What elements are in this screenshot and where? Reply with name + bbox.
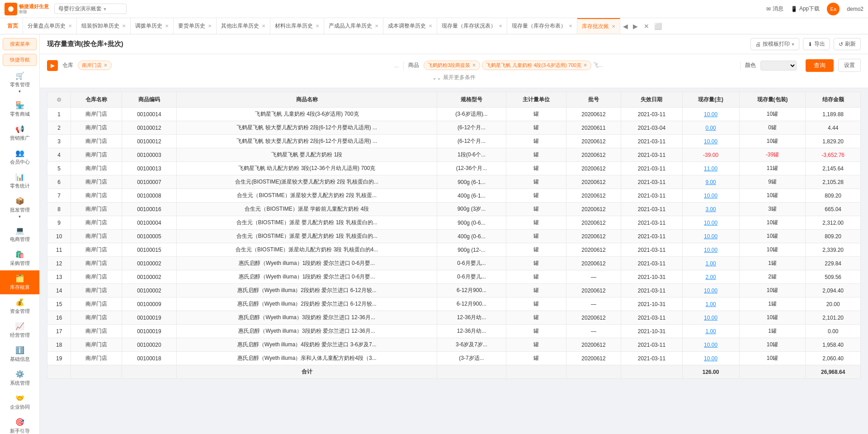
sidebar-item-wholesale[interactable]: 📦 批发管理 ▼: [0, 193, 39, 222]
row-qty-main[interactable]: 10.00: [682, 352, 739, 365]
close-icon[interactable]: ✕: [165, 24, 169, 28]
sidebar-item-finance[interactable]: 💰 资金管理: [0, 294, 39, 318]
col-settings[interactable]: ⚙: [47, 92, 71, 108]
product-tag-2-close[interactable]: ✕: [583, 62, 587, 68]
sidebar-item-ecommerce[interactable]: 💻 电商管理: [0, 222, 39, 246]
sidebar-item-member[interactable]: 👥 会员中心: [0, 145, 39, 169]
row-qty-main[interactable]: 3.00: [682, 203, 739, 216]
row-qty-main[interactable]: 2.00: [682, 270, 739, 284]
row-qty-main[interactable]: 1.00: [682, 297, 739, 311]
row-qty-main[interactable]: 0.00: [682, 121, 739, 135]
row-qty-main[interactable]: -39.00: [682, 148, 739, 162]
row-qty-main[interactable]: 9.00: [682, 175, 739, 189]
settings-button[interactable]: 设置: [838, 59, 861, 72]
close-icon[interactable]: ✕: [612, 24, 615, 29]
row-batch: 20200612: [566, 230, 621, 243]
tab-demand[interactable]: 要货单历史 ✕: [174, 18, 217, 34]
row-name: 合生元（BIOSTIME）派星 学龄前儿童配方奶粉 4段: [177, 203, 437, 216]
tab-prev-button[interactable]: ◀: [620, 18, 630, 34]
sidebar-item-operation[interactable]: 📈 经营管理: [0, 318, 39, 342]
tab-cost-adjust[interactable]: 成本调整单历史 ✕: [383, 18, 437, 34]
sidebar-item-guide[interactable]: 🎯 新手引导: [0, 414, 39, 434]
sidebar-item-retail-shop[interactable]: 🏪 零售商城: [0, 97, 39, 121]
tab-product-in[interactable]: 产成品入库单历史 ✕: [324, 18, 383, 34]
row-batch: 20200612: [566, 203, 621, 216]
row-spec: 12-36月幼...: [437, 311, 506, 325]
warehouse-tag-close[interactable]: ✕: [104, 62, 108, 68]
refresh-button[interactable]: ↺ 刷新: [834, 38, 861, 50]
row-name: 飞鹤星飞帆 较大婴儿配方奶粉 2段(6-12个月婴幼儿适用) ...: [177, 121, 437, 135]
row-name: 合生元(BIOSTIME)派星较大婴儿配方奶粉 2段 乳核蛋白的...: [177, 175, 437, 189]
sidebar-item-enterprise[interactable]: 🤝 企业协同: [0, 390, 39, 414]
close-icon[interactable]: ✕: [316, 24, 319, 28]
row-expire: 2021-03-11: [621, 284, 682, 297]
close-icon[interactable]: ✕: [208, 24, 212, 28]
tab-stock-status[interactable]: 现存量（库存状况表） ✕: [437, 18, 507, 34]
row-qty-main[interactable]: 11.00: [682, 162, 739, 175]
app-download-button[interactable]: 📱 App下载: [791, 5, 820, 13]
row-amount: 809.20: [806, 189, 861, 203]
row-amount: 509.56: [806, 270, 861, 284]
tab-dismantle[interactable]: 组装拆卸单历史 ✕: [77, 18, 131, 34]
row-qty-main[interactable]: 1.00: [682, 325, 739, 338]
tab-material-out[interactable]: 材料出库单历史 ✕: [270, 18, 324, 34]
product-tag-1-close[interactable]: ✕: [472, 62, 476, 68]
tab-split-stock[interactable]: 分量盘点单历史 ✕: [23, 18, 77, 34]
sidebar-item-basic[interactable]: ℹ️ 基础信息: [0, 342, 39, 366]
quick-nav-button[interactable]: 快捷导航: [3, 54, 37, 66]
color-select[interactable]: [760, 61, 797, 71]
tab-batch-voucher[interactable]: 库存批次账 ✕: [577, 18, 620, 34]
query-button[interactable]: 查询: [806, 59, 834, 72]
sidebar-item-stock[interactable]: 🗂️ 库存核算: [0, 270, 39, 294]
row-qty-main[interactable]: 10.00: [682, 243, 739, 257]
row-qty-main[interactable]: 10.00: [682, 338, 739, 352]
sidebar-item-retail[interactable]: 🛒 零售管理 ▼: [0, 68, 39, 97]
sidebar-item-purchase[interactable]: 🛍️ 采购管理: [0, 246, 39, 270]
row-expire: 2021-03-11: [621, 257, 682, 270]
tab-other-out[interactable]: 其他出库单历史 ✕: [217, 18, 270, 34]
close-icon[interactable]: ✕: [429, 24, 432, 28]
row-qty-main[interactable]: 10.00: [682, 189, 739, 203]
row-qty-main[interactable]: 10.00: [682, 108, 739, 121]
row-qty-pkg: 2罐: [739, 270, 806, 284]
sidebar-item-system[interactable]: ⚙️ 系统管理: [0, 366, 39, 390]
sidebar-item-stats[interactable]: 📊 零售统计: [0, 169, 39, 193]
row-qty-main[interactable]: 10.00: [682, 216, 739, 230]
filter-expand-button[interactable]: ▶: [47, 60, 58, 71]
product-tag-1-text: 飞鹤奶粉3段两提装: [428, 62, 470, 69]
search-menu-button[interactable]: 搜索菜单: [3, 38, 37, 50]
row-qty-main[interactable]: 10.00: [682, 135, 739, 148]
close-icon[interactable]: ✕: [375, 24, 378, 28]
tab-next-button[interactable]: ▶: [630, 18, 640, 34]
row-amount: 2,105.28: [806, 175, 861, 189]
close-icon[interactable]: ✕: [262, 24, 265, 28]
sidebar-item-marketing[interactable]: 📢 营销推广: [0, 121, 39, 145]
export-button[interactable]: ⬇ 导出: [803, 38, 830, 50]
user-avatar[interactable]: Ea: [827, 3, 840, 15]
row-code: 00100008: [122, 189, 177, 203]
tab-expand-button[interactable]: ⬜: [653, 18, 663, 34]
tab-close-all-button[interactable]: ✕: [640, 18, 653, 34]
expand-conditions-button[interactable]: ⌄⌄ 展开更多条件: [47, 72, 861, 83]
tab-batch-label: 库存批次账: [582, 23, 609, 30]
row-qty-main[interactable]: 10.00: [682, 284, 739, 297]
close-icon[interactable]: ✕: [122, 24, 126, 28]
row-qty-main[interactable]: 10.00: [682, 230, 739, 243]
print-button[interactable]: 🖨 按模板打印 ▾: [750, 38, 799, 50]
tab-transfer[interactable]: 调拨单历史 ✕: [131, 18, 174, 34]
store-selector[interactable]: 母婴行业演示账套 ▾: [54, 4, 127, 14]
message-button[interactable]: ✉ 消息: [766, 5, 783, 13]
row-qty-main[interactable]: 1.00: [682, 257, 739, 270]
warehouse-more[interactable]: ...: [394, 62, 399, 69]
product-more[interactable]: 飞...: [593, 61, 603, 69]
row-batch: 20200612: [566, 162, 621, 175]
close-icon[interactable]: ✕: [68, 24, 72, 28]
tab-stock-dist[interactable]: 现存量（库存分布表） ✕: [507, 18, 577, 34]
row-spec: 3-6岁及7岁...: [437, 338, 506, 352]
row-amount: 0.00: [806, 325, 861, 338]
tab-home[interactable]: 首页: [3, 18, 23, 34]
close-icon[interactable]: ✕: [499, 24, 502, 28]
row-unit: 罐: [506, 148, 566, 162]
close-icon[interactable]: ✕: [569, 24, 572, 28]
row-qty-main[interactable]: 10.00: [682, 311, 739, 325]
